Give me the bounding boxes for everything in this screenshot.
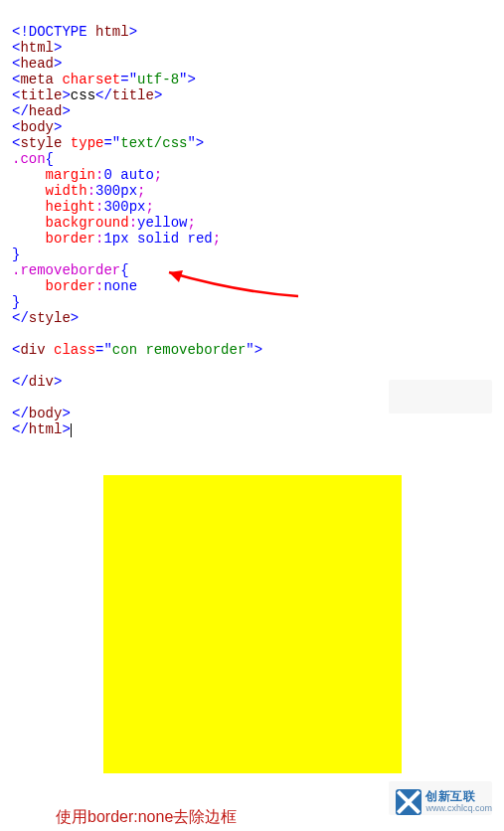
code-line: .removeborder{: [12, 262, 129, 278]
code-line: <html>: [12, 40, 62, 56]
text-cursor-icon: [71, 423, 72, 437]
rendered-output: [0, 475, 504, 773]
demo-yellow-box: [103, 475, 402, 773]
code-line: }: [12, 294, 20, 310]
code-line: </style>: [12, 310, 79, 326]
code-line: }: [12, 247, 20, 262]
code-line: width:300px;: [12, 183, 145, 199]
brand-logo: 创新互联 www.cxhlcq.com: [396, 789, 492, 815]
code-line: height:300px;: [12, 199, 154, 215]
code-line: </div>: [12, 374, 62, 390]
code-line: background:yellow;: [12, 215, 196, 231]
code-line: <meta charset="utf-8">: [12, 72, 196, 87]
code-line: </head>: [12, 103, 71, 119]
code-line: <style type="text/css">: [12, 135, 204, 151]
code-line: margin:0 auto;: [12, 167, 162, 183]
code-line: <!DOCTYPE html>: [12, 24, 137, 40]
code-line: .con{: [12, 151, 54, 167]
code-line: <body>: [12, 119, 62, 135]
code-block: <!DOCTYPE html> <html> <head> <meta char…: [0, 8, 504, 437]
brand-mark-icon: [396, 789, 421, 815]
code-line: <title>css</title>: [12, 87, 162, 103]
page-root: <!DOCTYPE html> <html> <head> <meta char…: [0, 0, 504, 825]
code-line: border:1px solid red;: [12, 231, 221, 247]
brand-text: 创新互联 www.cxhlcq.com: [425, 790, 492, 814]
code-line: </body>: [12, 406, 71, 421]
watermark-placeholder: [389, 380, 492, 414]
code-line: <div class="con removeborder">: [12, 342, 262, 358]
code-line: <head>: [12, 56, 62, 72]
code-line: border:none: [12, 278, 137, 294]
code-line: </html>: [12, 421, 72, 437]
